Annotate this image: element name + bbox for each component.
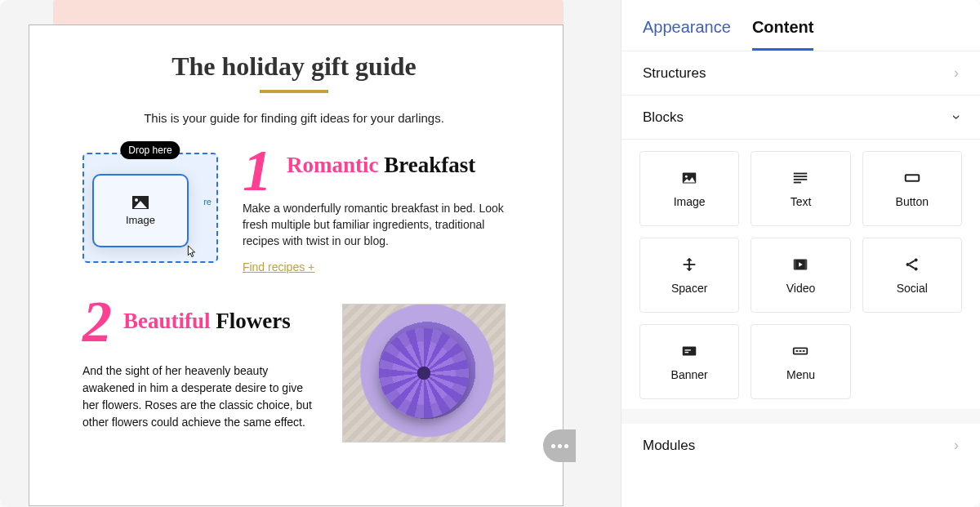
video-icon — [791, 256, 809, 274]
svg-point-1 — [685, 176, 688, 178]
block-banner-label: Banner — [671, 368, 708, 381]
section1-body: Make a wonderfully romantic breakfast in… — [243, 200, 506, 250]
block-video[interactable]: Video — [751, 238, 850, 313]
section1-heading-rest: Breakfast — [378, 153, 475, 177]
accordion-modules[interactable]: Modules › — [621, 409, 980, 467]
section1-number: 1 — [243, 148, 272, 195]
cursor-pointer-icon — [182, 244, 200, 262]
block-spacer[interactable]: Spacer — [639, 238, 739, 313]
svg-rect-9 — [794, 260, 796, 270]
accordion-blocks[interactable]: Blocks › — [621, 96, 980, 140]
canvas-content: The holiday gift guide This is your guid… — [29, 25, 563, 443]
section2-heading-accent: Beautiful — [123, 309, 211, 333]
section2-text-col: 2 Beautiful Flowers And the sight of her… — [82, 304, 319, 431]
accordion-structures-label: Structures — [643, 65, 706, 82]
section-beautiful-flowers: 2 Beautiful Flowers And the sight of her… — [82, 304, 506, 443]
page-title: The holiday gift guide — [82, 51, 506, 82]
block-social-label: Social — [897, 282, 928, 295]
image-drop-zone[interactable]: Drop here re Image — [82, 153, 218, 263]
find-recipes-link[interactable]: Find recipes + — [243, 260, 314, 274]
menu-icon — [791, 342, 809, 360]
svg-rect-6 — [906, 175, 920, 180]
editor-canvas-area: The holiday gift guide This is your guid… — [0, 0, 621, 507]
accordion-blocks-label: Blocks — [643, 109, 684, 126]
email-canvas[interactable]: The holiday gift guide This is your guid… — [29, 24, 564, 506]
drop-hint-text: re — [203, 197, 212, 207]
flowers-image[interactable] — [342, 304, 506, 443]
svg-rect-5 — [794, 182, 801, 184]
svg-rect-16 — [685, 352, 689, 353]
dragging-image-block[interactable]: Image — [92, 174, 189, 247]
spacer-icon — [680, 256, 698, 274]
banner-icon — [680, 342, 698, 360]
block-menu[interactable]: Menu — [751, 324, 850, 399]
app: The holiday gift guide This is your guid… — [0, 0, 980, 507]
tab-appearance[interactable]: Appearance — [643, 18, 731, 51]
block-spacer-label: Spacer — [671, 282, 707, 295]
button-icon — [903, 169, 921, 187]
tab-content[interactable]: Content — [752, 18, 814, 51]
blocks-grid: Image Text Button Spacer Video Social — [621, 140, 980, 404]
chevron-down-icon: › — [948, 115, 965, 120]
page-subtitle: This is your guide for finding gift idea… — [82, 111, 506, 125]
block-menu-label: Menu — [786, 368, 815, 381]
section2-heading-rest: Flowers — [211, 309, 291, 333]
svg-rect-20 — [803, 350, 805, 352]
section1-heading-accent: Romantic — [287, 153, 378, 177]
text-icon — [791, 169, 809, 187]
svg-rect-18 — [796, 350, 799, 352]
svg-rect-10 — [805, 260, 808, 270]
block-banner[interactable]: Banner — [639, 324, 739, 399]
block-button[interactable]: Button — [862, 151, 962, 226]
section-romantic-breakfast: Drop here re Image 1 — [82, 153, 506, 274]
block-social[interactable]: Social — [862, 238, 962, 313]
chevron-right-icon: › — [954, 437, 959, 454]
dragging-block-label: Image — [126, 214, 155, 226]
sidebar: Appearance Content Structures › Blocks ›… — [621, 0, 980, 507]
section2-number: 2 — [82, 299, 112, 346]
section2-body: And the sight of her heavenly beauty awa… — [82, 362, 319, 431]
svg-point-11 — [906, 263, 909, 266]
more-actions-button[interactable] — [543, 429, 576, 462]
svg-point-12 — [914, 258, 917, 261]
svg-point-13 — [914, 267, 917, 270]
drop-here-label: Drop here — [120, 141, 180, 159]
block-text[interactable]: Text — [751, 151, 850, 226]
section2-heading: Beautiful Flowers — [123, 309, 291, 334]
image-icon — [680, 169, 698, 187]
chevron-right-icon: › — [954, 64, 959, 82]
sidebar-tabs: Appearance Content — [621, 0, 980, 51]
image-icon — [132, 196, 149, 209]
svg-rect-7 — [684, 264, 696, 265]
svg-rect-4 — [794, 179, 808, 180]
block-text-label: Text — [791, 195, 812, 208]
section1-text: 1 Romantic Breakfast Make a wonderfully … — [243, 153, 506, 274]
block-button-label: Button — [896, 195, 929, 208]
block-image-label: Image — [674, 195, 706, 208]
accordion-structures[interactable]: Structures › — [621, 51, 980, 96]
svg-rect-15 — [685, 349, 691, 350]
block-image[interactable]: Image — [639, 151, 739, 226]
template-top-bar — [53, 0, 564, 24]
svg-rect-19 — [800, 350, 802, 352]
svg-rect-2 — [794, 173, 808, 175]
accordion-modules-label: Modules — [643, 438, 695, 454]
title-underline — [260, 90, 328, 93]
social-icon — [903, 256, 921, 274]
svg-rect-3 — [794, 176, 808, 177]
section1-heading: Romantic Breakfast — [287, 153, 475, 178]
block-video-label: Video — [786, 282, 816, 295]
svg-rect-14 — [683, 347, 697, 356]
